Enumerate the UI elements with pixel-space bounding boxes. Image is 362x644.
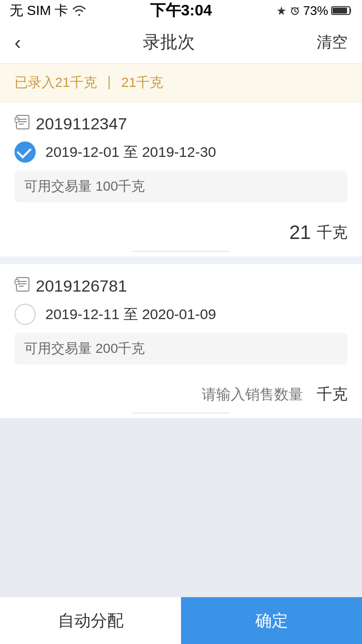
location-icon (276, 5, 287, 16)
wifi-icon (72, 5, 86, 16)
confirm-button[interactable]: 确定 (181, 597, 362, 644)
auto-distribute-button[interactable]: 自动分配 (0, 597, 181, 644)
recorded-label: 已录入21千克 (14, 73, 97, 92)
battery-icon (331, 5, 352, 16)
no-sim-text: 无 SIM 卡 (10, 1, 68, 20)
batch-2-date: 2019-12-11 至 2020-01-09 (45, 305, 216, 324)
svg-rect-7 (15, 117, 19, 122)
batch-1-detail: 2019112347 2019-12-01 至 2019-12-30 可用交易量… (0, 102, 362, 214)
batch-2-card: 2019126781 2019-12-11 至 2020-01-09 可用交易量… (0, 264, 362, 418)
batch-2-avail: 可用交易量 200千克 (14, 333, 348, 364)
batch-1-radio[interactable] (14, 141, 36, 163)
clear-button[interactable]: 清空 (317, 32, 348, 53)
status-left: 无 SIM 卡 (10, 1, 86, 20)
batch-2-input-row: 千克 (0, 376, 362, 413)
page-title: 录批次 (143, 30, 195, 54)
alarm-icon (290, 5, 300, 16)
total-label: 21千克 (121, 73, 163, 92)
status-time: 下午3:04 (150, 0, 212, 21)
battery-text: 73% (303, 3, 328, 18)
batch-2-date-row: 2019-12-11 至 2020-01-09 (14, 304, 348, 325)
svg-rect-13 (15, 280, 19, 284)
footer: 自动分配 确定 (0, 597, 362, 644)
batch-2-radio[interactable] (14, 304, 36, 325)
summary-divider (109, 76, 110, 89)
batch-2-quantity-input[interactable] (129, 386, 303, 403)
batch-2-unit: 千克 (317, 384, 348, 405)
status-bar: 无 SIM 卡 下午3:04 73% (0, 0, 362, 21)
batch-1-id-icon (14, 113, 31, 134)
svg-rect-2 (333, 8, 347, 14)
batch-2-id-icon (14, 276, 31, 296)
batch-1-amount-unit: 千克 (317, 222, 348, 243)
batch-1-card: 2019112347 2019-12-01 至 2019-12-30 可用交易量… (0, 102, 362, 256)
batch-2-id: 2019126781 (36, 277, 127, 295)
batch-1-date-row: 2019-12-01 至 2019-12-30 (14, 141, 348, 163)
status-right: 73% (276, 3, 352, 18)
batch-1-id-row: 2019112347 (14, 113, 348, 134)
batch-2-underline (0, 413, 362, 418)
batch-1-date: 2019-12-01 至 2019-12-30 (45, 142, 216, 162)
back-button[interactable]: ‹ (14, 33, 21, 52)
nav-bar: ‹ 录批次 清空 (0, 21, 362, 64)
batch-1-underline (0, 251, 362, 256)
batch-separator (0, 256, 362, 264)
batch-1-amount-row: 21 千克 (0, 214, 362, 251)
batch-1-avail: 可用交易量 100千克 (14, 170, 348, 202)
batch-1-amount-value: 21 (290, 222, 311, 243)
summary-bar: 已录入21千克 21千克 (0, 64, 362, 102)
batch-1-id: 2019112347 (36, 114, 127, 133)
batch-2-id-row: 2019126781 (14, 276, 348, 296)
batch-2-detail: 2019126781 2019-12-11 至 2020-01-09 可用交易量… (0, 264, 362, 376)
